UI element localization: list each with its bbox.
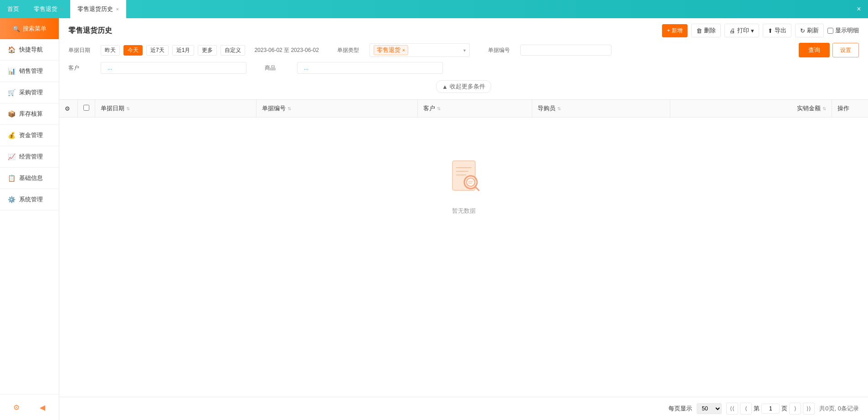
print-dropdown-icon: ▾ (751, 27, 754, 34)
query-button[interactable]: 查询 (799, 43, 830, 57)
search-menu-label: 搜索菜单 (23, 25, 46, 33)
sidebar-item-快捷导航[interactable]: 🏠快捷导航 (0, 39, 59, 61)
sidebar-item-库存核算[interactable]: 📦库存核算 (0, 103, 59, 125)
page-title-row: 零售退货历史 + 新增 🗑 删除 🖨 打印 ▾ ⬆ 导出 (68, 24, 859, 37)
top-bar: 首页零售退货×零售退货历史× × (0, 0, 868, 18)
sidebar-bottom: ⚙ ◀ (0, 394, 59, 420)
show-detail-checkbox-label[interactable]: 显示明细 (827, 26, 859, 35)
date-btn-更多[interactable]: 更多 (198, 45, 217, 56)
sidebar-icon: 📦 (7, 110, 15, 118)
th-operation: 操作 (832, 100, 868, 118)
page-label: 第 (754, 405, 760, 413)
empty-state: 暂无数据 (59, 118, 868, 251)
type-tag-close[interactable]: × (402, 47, 405, 53)
date-btn-近1月[interactable]: 近1月 (172, 45, 195, 56)
page-suffix: 页 (781, 405, 787, 413)
filter-settings-button[interactable]: 设置 (832, 43, 859, 57)
filter-section: 单据日期 昨天今天近7天近1月更多自定义 2023-06-02 至 2023-0… (68, 43, 859, 99)
sidebar-item-系统管理[interactable]: ⚙️系统管理 (0, 189, 59, 210)
date-btn-昨天[interactable]: 昨天 (101, 45, 120, 56)
goods-select[interactable]: ... (297, 62, 443, 74)
svg-point-5 (467, 178, 475, 186)
sidebar-icon: 📈 (7, 153, 15, 161)
goods-ellipsis[interactable]: ... (301, 64, 311, 72)
date-btn-今天[interactable]: 今天 (123, 45, 143, 56)
th-date[interactable]: 单据日期 ⇅ (95, 100, 256, 118)
sidebar-icon: 🛒 (7, 88, 15, 97)
customer-ellipsis[interactable]: ... (105, 64, 115, 72)
top-tab[interactable]: 零售退货历史× (70, 0, 126, 18)
type-select[interactable]: 零售退货 × ▾ (370, 43, 470, 57)
collapse-sidebar-button[interactable]: ◀ (35, 400, 50, 415)
window-close-button[interactable]: × (850, 5, 868, 13)
sidebar-icon: 📋 (7, 174, 15, 182)
tab-list: 首页零售退货×零售退货历史× (0, 0, 850, 18)
search-icon: 🔍 (13, 26, 20, 32)
top-tab[interactable]: 零售退货× (26, 0, 70, 18)
th-number[interactable]: 单据编号 ⇅ (256, 100, 417, 118)
empty-text: 暂无数据 (452, 207, 476, 215)
print-button[interactable]: 🖨 打印 ▾ (724, 24, 759, 37)
content-area: 零售退货历史 + 新增 🗑 删除 🖨 打印 ▾ ⬆ 导出 (59, 18, 868, 420)
sidebar-item-label: 快捷导航 (19, 46, 43, 54)
search-menu-button[interactable]: 🔍 搜索菜单 (0, 18, 59, 39)
date-label: 单据日期 (68, 46, 93, 54)
customer-select[interactable]: ... (101, 62, 247, 74)
toolbar: + 新增 🗑 删除 🖨 打印 ▾ ⬆ 导出 ↻ (662, 24, 859, 37)
refresh-icon: ↻ (800, 27, 805, 34)
sidebar-item-经营管理[interactable]: 📈经营管理 (0, 146, 59, 168)
page-number-input[interactable]: 1 (761, 404, 780, 414)
th-checkbox[interactable] (77, 100, 95, 118)
sidebar-item-label: 销售管理 (19, 67, 43, 75)
print-icon: 🖨 (729, 27, 735, 34)
th-customer[interactable]: 客户 ⇅ (418, 100, 532, 118)
sort-number-icon: ⇅ (288, 106, 291, 111)
sidebar-item-采购管理[interactable]: 🛒采购管理 (0, 82, 59, 103)
th-amount[interactable]: 实销金额 ⇅ (670, 100, 832, 118)
tab-close-icon[interactable]: × (60, 6, 63, 12)
sidebar-icon: 💰 (7, 131, 15, 139)
tab-label: 零售退货历史 (77, 5, 113, 13)
date-btn-自定义[interactable]: 自定义 (221, 45, 245, 56)
sort-customer-icon: ⇅ (437, 106, 441, 111)
prev-page-button[interactable]: ⟨ (740, 403, 752, 415)
th-guide[interactable]: 导购员 ⇅ (532, 100, 670, 118)
settings-bottom-button[interactable]: ⚙ (9, 400, 24, 415)
first-page-button[interactable]: ⟨⟨ (726, 403, 738, 415)
sidebar-item-label: 资金管理 (19, 131, 43, 139)
sidebar-item-销售管理[interactable]: 📊销售管理 (0, 61, 59, 82)
sidebar-item-label: 采购管理 (19, 88, 43, 97)
table-header-row: ⚙ 单据日期 ⇅ 单据编号 (59, 100, 868, 118)
last-page-button[interactable]: ⟩⟩ (803, 403, 815, 415)
select-all-checkbox[interactable] (83, 105, 89, 111)
top-tab[interactable]: 首页 (0, 0, 26, 18)
page-header: 零售退货历史 + 新增 🗑 删除 🖨 打印 ▾ ⬆ 导出 (59, 18, 868, 100)
total-info: 共0页, 0条记录 (819, 405, 859, 413)
sidebar-item-基础信息[interactable]: 📋基础信息 (0, 168, 59, 189)
type-tag: 零售退货 × (374, 45, 408, 55)
delete-button[interactable]: 🗑 删除 (691, 24, 721, 37)
sidebar-item-资金管理[interactable]: 💰资金管理 (0, 125, 59, 146)
svg-line-6 (475, 187, 479, 190)
export-button[interactable]: ⬆ 导出 (763, 24, 791, 37)
goods-label: 商品 (265, 64, 290, 72)
customer-label: 客户 (68, 64, 93, 72)
filter-row-2: 客户 ... 商品 ... (68, 62, 859, 74)
data-table: ⚙ 单据日期 ⇅ 单据编号 (59, 100, 868, 251)
type-tag-item: 零售退货 × (374, 45, 408, 55)
per-page-label: 每页显示 (668, 405, 692, 413)
number-input[interactable] (520, 45, 611, 56)
add-button[interactable]: + 新增 (662, 24, 688, 37)
show-detail-checkbox[interactable] (827, 28, 833, 34)
next-page-button[interactable]: ⟩ (789, 403, 801, 415)
sidebar-icon: 📊 (7, 67, 15, 75)
pagination-bar: 每页显示 50 100 200 ⟨⟨ ⟨ 第 1 页 ⟩ ⟩⟩ 共0页, 0条记… (59, 397, 868, 420)
collapse-button[interactable]: ▲ 收起更多条件 (436, 80, 491, 93)
per-page-select[interactable]: 50 100 200 (697, 403, 722, 414)
tab-close-icon[interactable]: × (116, 6, 118, 12)
date-btn-近7天[interactable]: 近7天 (146, 45, 169, 56)
page-title: 零售退货历史 (68, 26, 112, 36)
refresh-button[interactable]: ↻ 刷新 (795, 24, 824, 37)
th-settings[interactable]: ⚙ (59, 100, 77, 118)
date-filter-buttons: 昨天今天近7天近1月更多自定义 (101, 45, 245, 56)
